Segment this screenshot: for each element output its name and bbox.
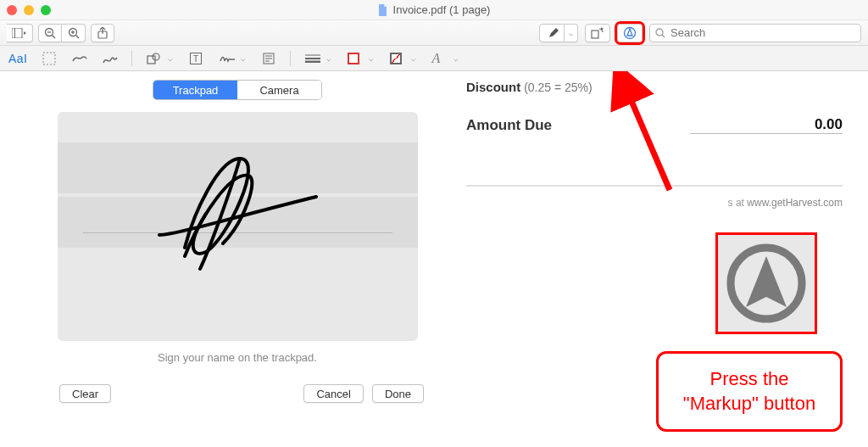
sketch-tool-icon[interactable] xyxy=(70,49,89,68)
line-weight-button[interactable]: ⌵ xyxy=(303,49,333,68)
draw-tool-icon[interactable] xyxy=(101,49,120,68)
camera-tab[interactable]: Camera xyxy=(237,81,321,99)
chevron-down-icon: ⌵ xyxy=(241,54,245,63)
svg-rect-1 xyxy=(14,28,15,38)
window-title-text: Invoice.pdf (1 page) xyxy=(393,3,491,16)
window-controls xyxy=(7,5,51,15)
harvest-link[interactable]: www.getHarvest.com xyxy=(747,197,843,209)
selection-tool-icon[interactable] xyxy=(40,49,58,68)
shapes-tool-button[interactable]: ⌵ xyxy=(144,49,175,68)
amount-due-label: Amount Due xyxy=(466,117,552,134)
chevron-down-icon: ⌵ xyxy=(569,29,573,37)
clear-button[interactable]: Clear xyxy=(59,384,111,403)
signature-stroke xyxy=(58,112,418,341)
chevron-down-icon: ⌵ xyxy=(369,54,373,63)
search-field[interactable] xyxy=(649,24,861,42)
discount-label: Discount xyxy=(466,80,520,94)
svg-rect-11 xyxy=(592,31,598,38)
chevron-down-icon: ⌵ xyxy=(168,54,172,63)
signature-instruction: Sign your name on the trackpad. xyxy=(51,351,424,364)
annotation-zoom-markup-icon xyxy=(715,232,817,334)
document-icon xyxy=(378,4,388,16)
markup-button[interactable] xyxy=(617,24,643,42)
done-button[interactable]: Done xyxy=(372,384,424,403)
chevron-down-icon: ⌵ xyxy=(411,54,415,63)
markup-toolbar: AaI ⌵ T ⌵ ⌵ ⌵ ⌵ A ⌵ xyxy=(0,46,868,71)
signature-mode-segment: Trackpad Camera xyxy=(153,80,322,100)
chevron-down-icon: ⌵ xyxy=(453,54,458,63)
svg-line-3 xyxy=(53,35,56,38)
svg-point-13 xyxy=(656,29,663,36)
document-footer: s at www.getHarvest.com xyxy=(466,197,843,209)
font-style-button[interactable]: A ⌵ xyxy=(430,49,460,68)
svg-point-17 xyxy=(153,53,159,60)
zoom-out-button[interactable] xyxy=(38,24,62,42)
view-mode-button[interactable] xyxy=(7,24,33,42)
amount-due-value: 0.00 xyxy=(815,116,843,133)
rotate-button[interactable] xyxy=(585,24,610,42)
annotation-instruction-bubble: Press the "Markup" button xyxy=(656,351,843,432)
svg-rect-15 xyxy=(43,53,55,64)
minimize-window-button[interactable] xyxy=(24,5,34,15)
text-style-button[interactable]: AaI xyxy=(8,52,28,65)
highlight-tool-dropdown[interactable]: ⌵ xyxy=(565,24,578,42)
search-input[interactable] xyxy=(670,26,855,39)
search-icon xyxy=(655,28,665,38)
amount-due-row: Amount Due 0.00 xyxy=(466,116,843,134)
svg-line-14 xyxy=(662,35,665,37)
cancel-button[interactable]: Cancel xyxy=(303,384,363,403)
window-title: Invoice.pdf (1 page) xyxy=(0,3,868,16)
svg-text:T: T xyxy=(192,54,198,64)
zoom-in-button[interactable] xyxy=(62,24,86,42)
highlight-tool-button[interactable] xyxy=(539,24,565,42)
discount-sublabel: (0.25 = 25%) xyxy=(524,81,593,94)
main-toolbar: ⌵ xyxy=(0,20,868,46)
signature-popover: Trackpad Camera Sign your name on the tr… xyxy=(0,71,458,447)
stroke-color-button[interactable]: ⌵ xyxy=(345,49,376,68)
document-divider xyxy=(466,185,843,187)
signature-pad[interactable] xyxy=(58,112,418,341)
close-window-button[interactable] xyxy=(7,5,17,15)
chevron-down-icon: ⌵ xyxy=(326,54,331,63)
fill-color-button[interactable]: ⌵ xyxy=(387,49,418,68)
title-bar: Invoice.pdf (1 page) xyxy=(0,0,868,20)
discount-row: Discount (0.25 = 25%) xyxy=(466,80,843,94)
sign-tool-button[interactable]: ⌵ xyxy=(217,49,248,68)
trackpad-tab[interactable]: Trackpad xyxy=(153,81,237,99)
text-box-tool-icon[interactable]: T xyxy=(186,49,205,68)
content-area: Trackpad Camera Sign your name on the tr… xyxy=(0,71,868,447)
note-tool-icon[interactable] xyxy=(259,49,278,68)
maximize-window-button[interactable] xyxy=(41,5,51,15)
svg-rect-0 xyxy=(12,28,22,38)
svg-line-6 xyxy=(75,35,79,38)
share-button[interactable] xyxy=(91,24,114,42)
